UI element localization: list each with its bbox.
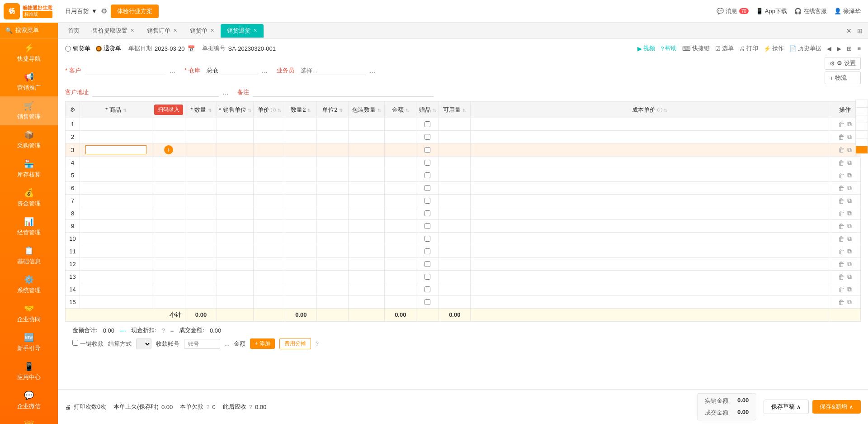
- gift-checkbox-4[interactable]: [425, 160, 430, 166]
- available-sort-icon[interactable]: ⇅: [462, 108, 466, 113]
- price-info-icon[interactable]: ⓘ: [271, 107, 276, 113]
- sidebar-item-inventory[interactable]: 🏪 库存核算: [0, 154, 58, 183]
- goods-input-cell-3[interactable]: [80, 143, 152, 157]
- tab-price-settings[interactable]: 售价提取设置 ✕: [86, 24, 141, 38]
- salesperson-dots[interactable]: ...: [369, 67, 375, 75]
- qty2-cell-11[interactable]: [285, 245, 317, 258]
- cost-cell-14[interactable]: [471, 283, 829, 296]
- unit-cell-3[interactable]: [217, 143, 254, 157]
- qty-cell-4[interactable]: [185, 157, 217, 169]
- available-cell-1[interactable]: [439, 118, 471, 131]
- cost-cell-3[interactable]: [471, 143, 829, 157]
- unit2-cell-15[interactable]: [317, 296, 349, 309]
- pkg-cell-4[interactable]: [349, 157, 385, 169]
- copy-btn-10[interactable]: ⧉: [847, 235, 852, 243]
- amount-cell-3[interactable]: [385, 143, 416, 157]
- tab-sales-order-close[interactable]: ✕: [173, 28, 177, 33]
- goods-input-3[interactable]: [85, 145, 147, 154]
- amount-cell-11[interactable]: [385, 245, 416, 258]
- price-cell-5[interactable]: [254, 169, 285, 182]
- available-cell-11[interactable]: [439, 245, 471, 258]
- pkg-cell-2[interactable]: [349, 131, 385, 143]
- qty2-cell-5[interactable]: [285, 169, 317, 182]
- gift-checkbox-2[interactable]: [425, 134, 430, 140]
- help-btn[interactable]: ? 帮助: [660, 44, 677, 52]
- settings-btn[interactable]: ⚙ ⚙ 设置: [825, 57, 861, 70]
- unit-cell-12[interactable]: [217, 258, 254, 271]
- goods-cell-1[interactable]: [80, 118, 152, 131]
- salesperson-input[interactable]: [298, 66, 366, 75]
- qty2-cell-6[interactable]: [285, 182, 317, 195]
- calendar-icon[interactable]: 📅: [188, 45, 195, 52]
- price-cell-14[interactable]: [254, 283, 285, 296]
- cost-cell-11[interactable]: [471, 245, 829, 258]
- add-row-btn-3[interactable]: +: [164, 145, 173, 154]
- del-btn-13[interactable]: 🗑: [838, 273, 844, 281]
- user-info[interactable]: 👤 徐泽华: [834, 7, 861, 15]
- video-btn[interactable]: ▶ 视频: [637, 44, 655, 52]
- available-cell-12[interactable]: [439, 258, 471, 271]
- qty-cell-11[interactable]: [185, 245, 217, 258]
- unit-cell-8[interactable]: [217, 207, 254, 220]
- print-btn[interactable]: 🖨 打印: [739, 44, 758, 52]
- gift-checkbox-8[interactable]: [425, 210, 430, 216]
- customer-addr-input[interactable]: [92, 88, 219, 97]
- unit2-cell-4[interactable]: [317, 157, 349, 169]
- gift-checkbox-3[interactable]: [425, 147, 430, 153]
- goods-cell-13[interactable]: [80, 271, 152, 283]
- gift-cell-9[interactable]: [416, 220, 439, 233]
- price-sort-icon[interactable]: ⇅: [278, 108, 281, 113]
- gift-cell-2[interactable]: [416, 131, 439, 143]
- unit2-cell-3[interactable]: [317, 143, 349, 157]
- side-util-note[interactable]: 便利贴: [855, 100, 868, 107]
- goods-cell-15[interactable]: [80, 296, 152, 309]
- del-btn-14[interactable]: 🗑: [838, 286, 844, 293]
- search-menu[interactable]: 🔍 搜索菜单: [0, 23, 58, 38]
- col-scan-header[interactable]: 扫码录入: [152, 102, 185, 118]
- radio-delivery[interactable]: 销货单: [65, 44, 90, 52]
- price-cell-12[interactable]: [254, 258, 285, 271]
- qty-cell-5[interactable]: [185, 169, 217, 182]
- gift-sort-icon[interactable]: ⇅: [433, 108, 436, 113]
- grid-view-icon[interactable]: ⊞: [847, 45, 852, 52]
- unit-cell-9[interactable]: [217, 220, 254, 233]
- copy-btn-8[interactable]: ⧉: [847, 210, 852, 217]
- qty2-cell-4[interactable]: [285, 157, 317, 169]
- price-cell-15[interactable]: [254, 296, 285, 309]
- goods-cell-7[interactable]: [80, 195, 152, 207]
- sidebar-item-basics[interactable]: 📋 基础信息: [0, 241, 58, 270]
- account-dots[interactable]: ...: [225, 340, 230, 347]
- goods-cell-14[interactable]: [80, 283, 152, 296]
- qty2-cell-7[interactable]: [285, 195, 317, 207]
- unit2-cell-2[interactable]: [317, 131, 349, 143]
- available-cell-6[interactable]: [439, 182, 471, 195]
- qty2-cell-1[interactable]: [285, 118, 317, 131]
- sidebar-item-marketing[interactable]: 📢 营销推广: [0, 67, 58, 96]
- qty-cell-9[interactable]: [185, 220, 217, 233]
- gift-cell-11[interactable]: [416, 245, 439, 258]
- radio-return[interactable]: 退货单: [96, 44, 121, 52]
- available-cell-15[interactable]: [439, 296, 471, 309]
- gift-cell-7[interactable]: [416, 195, 439, 207]
- del-btn-15[interactable]: 🗑: [838, 299, 844, 306]
- pkg-cell-3[interactable]: [349, 143, 385, 157]
- unit-cell-2[interactable]: [217, 131, 254, 143]
- qty-cell-15[interactable]: [185, 296, 217, 309]
- unit2-cell-1[interactable]: [317, 118, 349, 131]
- gift-checkbox-7[interactable]: [425, 198, 430, 204]
- gift-checkbox-9[interactable]: [425, 223, 430, 229]
- available-cell-13[interactable]: [439, 271, 471, 283]
- tab-sales-delivery-close[interactable]: ✕: [210, 28, 214, 33]
- gift-checkbox-12[interactable]: [425, 261, 430, 267]
- unit2-cell-5[interactable]: [317, 169, 349, 182]
- unit2-cell-7[interactable]: [317, 195, 349, 207]
- sidebar-item-guide[interactable]: 🆕 新手引导: [0, 328, 58, 357]
- available-cell-4[interactable]: [439, 157, 471, 169]
- customer-dots[interactable]: ...: [170, 67, 175, 75]
- account-input[interactable]: [184, 339, 220, 349]
- col-settings-header[interactable]: ⚙: [66, 102, 80, 118]
- qty2-cell-10[interactable]: [285, 233, 317, 245]
- goods-cell-9[interactable]: [80, 220, 152, 233]
- cost-cell-5[interactable]: [471, 169, 829, 182]
- one-click-checkbox[interactable]: [72, 340, 78, 346]
